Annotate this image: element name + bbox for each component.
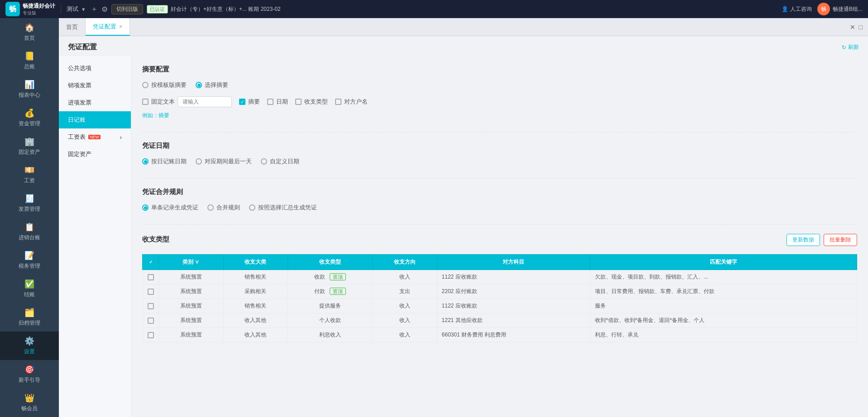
sidebar-item-purchase[interactable]: 📋 进销台账 (0, 218, 59, 246)
sidebar-item-settings[interactable]: ⚙️ 设置 (0, 332, 59, 360)
row2-check-box[interactable] (148, 289, 154, 295)
sidebar-item-report[interactable]: 📊 报表中心 (0, 75, 59, 104)
archive-icon: 🗂️ (24, 308, 34, 317)
avatar: 畅 (817, 3, 830, 15)
tab-home[interactable]: 首页 (59, 18, 86, 36)
sidebar-item-guide[interactable]: 🎯 新手引导 (0, 360, 59, 389)
checkbox-fixed-text[interactable]: 固定文本 (142, 96, 232, 107)
main-layout: 🏠 首页 📒 总账 📊 报表中心 💰 资金管理 🏢 固定资产 💴 工资 🧾 发票… (0, 18, 868, 417)
th-checkbox[interactable]: ✓ (143, 255, 159, 270)
checkbox-summary[interactable]: ✓ 摘要 (239, 98, 260, 106)
sidebar-item-archive[interactable]: 🗂️ 归档管理 (0, 303, 59, 332)
logo: 畅 畅捷通好会计 专业版 (5, 2, 55, 16)
batch-delete-button[interactable]: 批量删除 (824, 234, 857, 246)
sidebar-item-member[interactable]: 👑 畅会员 (0, 389, 59, 417)
nav-item-sales-invoice[interactable]: 销项发票 (59, 77, 131, 94)
table-row: 系统预置 销售相关 收款 置顶 收入 1122 应收账款 欠款、现金、项目款、到… (143, 270, 857, 284)
sidebar-label-settle: 结账 (24, 291, 35, 299)
row4-checkbox[interactable] (143, 313, 159, 328)
radio-merge[interactable]: 合并规则 (207, 204, 240, 212)
row1-type-text: 收款 (314, 274, 325, 280)
sidebar-item-ledger[interactable]: 📒 总账 (0, 47, 59, 75)
home-icon: 🏠 (24, 23, 34, 33)
row3-check-box[interactable] (148, 303, 154, 309)
radio-custom-date[interactable]: 自定义日期 (261, 157, 299, 166)
radio-template[interactable]: 按模板版摘要 (142, 81, 187, 89)
refresh-button[interactable]: ↻ 刷新 (842, 43, 859, 51)
merge-rules-radio-group: 单条记录生成凭证 合并规则 按照选择汇总生成凭证 (142, 204, 857, 212)
radio-journal-date[interactable]: 按日记账日期 (142, 157, 187, 166)
sidebar-item-home[interactable]: 🏠 首页 (0, 18, 59, 47)
settings-icon[interactable]: ⚙ (101, 5, 108, 14)
logo-icon: 畅 (5, 2, 20, 16)
row3-type-text: 提供服务 (319, 303, 341, 309)
radio-template-label: 按模板版摘要 (151, 81, 187, 89)
checkbox-payment-type[interactable]: 收支类型 (295, 98, 328, 106)
nav-item-purchase-invoice[interactable]: 进项发票 (59, 94, 131, 111)
sidebar: 🏠 首页 📒 总账 📊 报表中心 💰 资金管理 🏢 固定资产 💴 工资 🧾 发票… (0, 18, 59, 417)
fixed-text-input[interactable] (177, 96, 232, 107)
radio-single-label: 单条记录生成凭证 (151, 204, 198, 212)
sidebar-item-tax[interactable]: 📝 税务管理 (0, 246, 59, 275)
row4-check-box[interactable] (148, 317, 154, 324)
row5-check-box[interactable] (148, 332, 154, 338)
nav-label-journal: 日记账 (68, 116, 86, 124)
radio-period-last[interactable]: 对应期间最后一天 (196, 157, 252, 166)
divider-3 (142, 224, 857, 225)
row3-checkbox[interactable] (143, 299, 159, 313)
row2-checkbox[interactable] (143, 284, 159, 299)
row1-checkbox[interactable] (143, 270, 159, 284)
radio-single[interactable]: 单条记录生成凭证 (142, 204, 198, 212)
nav-label-fixed-assets: 固定资产 (68, 150, 91, 158)
refresh-label: 刷新 (848, 43, 859, 51)
service-icon: 👤 (782, 6, 788, 12)
row5-checkbox[interactable] (143, 328, 159, 342)
th-category[interactable]: 类别 ∨ (159, 255, 224, 270)
window-maximize-icon[interactable]: □ (859, 24, 863, 31)
add-icon[interactable]: ＋ (91, 5, 98, 14)
tab-voucher-config[interactable]: 凭证配置 × (86, 18, 130, 36)
row4-category: 系统预置 (159, 313, 224, 328)
radio-single-dot (144, 206, 147, 209)
sidebar-item-asset[interactable]: 🏢 固定资产 (0, 132, 59, 161)
radio-journal-date-dot (144, 160, 147, 163)
nav-item-payroll[interactable]: 工资表 NEW › (59, 128, 131, 146)
nav-item-public[interactable]: 公共选项 (59, 60, 131, 77)
sidebar-label-settings: 设置 (24, 348, 35, 355)
example-label: 例如：摘要 (142, 112, 169, 118)
row4-type-text: 个人收款 (319, 317, 341, 323)
window-close-icon[interactable]: ✕ (850, 24, 855, 31)
sidebar-item-fund[interactable]: 💰 资金管理 (0, 104, 59, 132)
human-service-button[interactable]: 👤 人工咨询 (782, 5, 812, 13)
row5-type-text: 利息收入 (319, 332, 341, 338)
table-toolbar: 更新数据 批量删除 (786, 234, 857, 246)
sidebar-item-settle[interactable]: ✅ 结账 (0, 275, 59, 303)
checkbox-fixed-text-label: 固定文本 (151, 98, 175, 106)
payroll-arrow-icon: › (120, 134, 122, 141)
row5-big-type: 收入其他 (223, 328, 288, 342)
logo-line2: 专业版 (23, 10, 55, 16)
settle-icon: ✅ (24, 279, 34, 289)
radio-summary-gen[interactable]: 按照选择汇总生成凭证 (249, 204, 317, 212)
row3-category: 系统预置 (159, 299, 224, 313)
row2-type-text: 付款 (314, 288, 325, 294)
row4-big-type: 收入其他 (223, 313, 288, 328)
tab-close-icon[interactable]: × (119, 24, 122, 30)
switch-version-button[interactable]: 切到旧版 (111, 4, 143, 14)
sidebar-label-tax: 税务管理 (19, 262, 40, 270)
checkbox-counterparty[interactable]: 对方户名 (335, 98, 368, 106)
radio-select-summary[interactable]: 选择摘要 (196, 81, 228, 89)
nav-label-purchase-invoice: 进项发票 (68, 99, 91, 107)
company-dropdown-icon[interactable]: ▾ (82, 6, 85, 13)
sidebar-item-invoice[interactable]: 🧾 发票管理 (0, 189, 59, 218)
nav-item-fixed-assets[interactable]: 固定资产 (59, 146, 131, 163)
sidebar-item-salary[interactable]: 💴 工资 (0, 161, 59, 189)
nav-item-journal[interactable]: 日记账 (59, 111, 131, 128)
logo-text: 畅捷通好会计 专业版 (23, 2, 55, 16)
select-all-checkbox[interactable]: ✓ (148, 259, 154, 265)
topbar-actions: ＋ ⚙ 切到旧版 (91, 4, 143, 14)
update-data-button[interactable]: 更新数据 (786, 234, 820, 246)
row1-check-box[interactable] (148, 274, 154, 280)
checkbox-date[interactable]: 日期 (267, 98, 288, 106)
th-direction: 收支方向 (372, 255, 437, 270)
